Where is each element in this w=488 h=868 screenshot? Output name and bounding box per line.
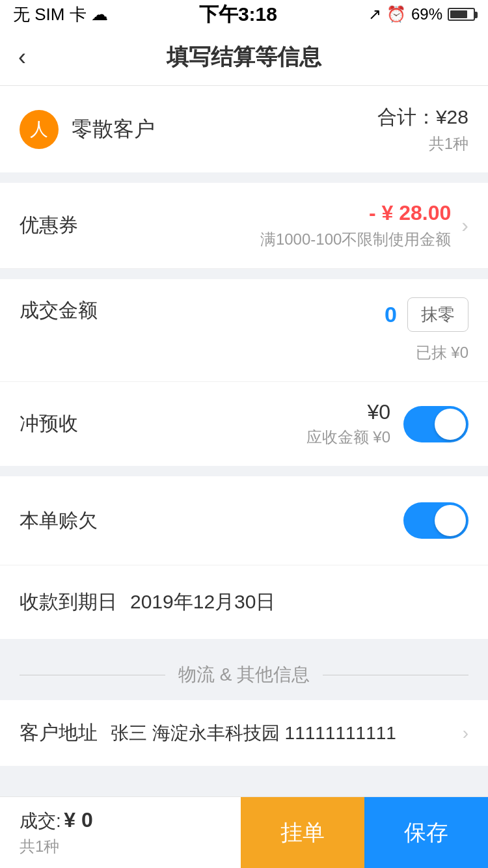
coupon-section: 优惠券 - ¥ 28.00 满1000-100不限制使用金额 bbox=[0, 183, 488, 269]
status-left: 无 SIM 卡 ☁ bbox=[13, 3, 108, 26]
page-title: 填写结算等信息 bbox=[167, 42, 321, 72]
total-count: 共1种 bbox=[377, 133, 468, 154]
status-bar: 无 SIM 卡 ☁ 下午3:18 ↗ ⏰ 69% bbox=[0, 0, 488, 29]
customer-left: 人 零散客户 bbox=[20, 110, 155, 149]
save-button[interactable]: 保存 bbox=[364, 797, 488, 869]
flush-amount: ¥0 bbox=[306, 400, 390, 424]
debt-toggle[interactable] bbox=[403, 502, 468, 539]
flush-sub: 应收金额 ¥0 bbox=[306, 427, 390, 448]
status-right: ↗ ⏰ 69% bbox=[368, 5, 475, 23]
transaction-label: 成交金额 bbox=[20, 297, 98, 324]
coupon-row[interactable]: 优惠券 - ¥ 28.00 满1000-100不限制使用金额 bbox=[0, 183, 488, 269]
hold-button[interactable]: 挂单 bbox=[241, 797, 364, 869]
battery-percent: 69% bbox=[411, 5, 442, 23]
transaction-value[interactable]: 0 bbox=[385, 302, 397, 327]
hold-label: 挂单 bbox=[280, 818, 325, 848]
bottom-transaction-amount: ¥ 0 bbox=[64, 808, 92, 832]
address-chevron-icon: › bbox=[463, 723, 468, 744]
due-date-row: 收款到期日 2019年12月30日 bbox=[0, 565, 488, 639]
save-label: 保存 bbox=[404, 818, 448, 848]
debt-label: 本单赊欠 bbox=[20, 508, 98, 534]
back-button[interactable]: ‹ bbox=[18, 44, 26, 71]
customer-row: 人 零散客户 合计：¥28 共1种 bbox=[0, 86, 488, 172]
debt-section: 本单赊欠 收款到期日 2019年12月30日 bbox=[0, 476, 488, 639]
due-date-value[interactable]: 2019年12月30日 bbox=[130, 589, 275, 616]
transaction-row: 成交金额 0 抹零 已抹 ¥0 bbox=[0, 279, 488, 382]
logistics-header: 物流 & 其他信息 bbox=[0, 649, 488, 700]
bottom-info: 成交: ¥ 0 共1种 bbox=[0, 808, 241, 857]
address-label: 客户地址 bbox=[20, 720, 98, 746]
amount-section: 成交金额 0 抹零 已抹 ¥0 冲预收 ¥0 应收金额 ¥0 bbox=[0, 279, 488, 466]
address-row[interactable]: 客户地址 张三 海淀永丰科技园 11111111111 › bbox=[0, 700, 488, 766]
round-button[interactable]: 抹零 bbox=[407, 297, 468, 332]
content-area: 人 零散客户 合计：¥28 共1种 优惠券 - ¥ 28.00 满1000-10… bbox=[0, 86, 488, 868]
debt-row: 本单赊欠 bbox=[0, 476, 488, 565]
location-icon: ↗ bbox=[368, 5, 381, 23]
flush-right: ¥0 应收金额 ¥0 bbox=[306, 400, 468, 448]
due-date-label: 收款到期日 bbox=[20, 589, 117, 616]
total-price: 合计：¥28 bbox=[377, 104, 468, 131]
status-time: 下午3:18 bbox=[199, 1, 277, 28]
debt-toggle-knob bbox=[435, 505, 466, 536]
bottom-transaction-row: 成交: ¥ 0 bbox=[20, 808, 221, 834]
no-sim-text: 无 SIM 卡 ☁ bbox=[13, 3, 108, 26]
transaction-sub: 已抹 ¥0 bbox=[416, 342, 468, 363]
discount-desc: 满1000-100不限制使用金额 bbox=[260, 229, 451, 250]
chevron-right-icon bbox=[461, 213, 468, 237]
discount-amount: - ¥ 28.00 bbox=[260, 201, 451, 225]
flush-advance-row: 冲预收 ¥0 应收金额 ¥0 bbox=[0, 382, 488, 466]
divider-line-right bbox=[323, 675, 468, 675]
bottom-bar: 成交: ¥ 0 共1种 挂单 保存 bbox=[0, 796, 488, 868]
battery-icon bbox=[448, 8, 475, 21]
flush-amount-area: ¥0 应收金额 ¥0 bbox=[306, 400, 390, 448]
alarm-icon: ⏰ bbox=[386, 5, 406, 23]
customer-summary: 合计：¥28 共1种 bbox=[377, 104, 468, 154]
coupon-right: - ¥ 28.00 满1000-100不限制使用金额 bbox=[260, 201, 468, 250]
customer-name: 零散客户 bbox=[72, 115, 155, 144]
logistics-text: 物流 & 其他信息 bbox=[178, 662, 310, 687]
divider-line-left bbox=[20, 675, 165, 675]
coupon-value: - ¥ 28.00 满1000-100不限制使用金额 bbox=[260, 201, 451, 250]
flush-label: 冲预收 bbox=[20, 411, 78, 437]
flush-toggle[interactable] bbox=[403, 406, 468, 442]
bottom-count: 共1种 bbox=[20, 836, 221, 857]
address-value: 张三 海淀永丰科技园 11111111111 bbox=[98, 721, 463, 746]
bottom-transaction-label: 成交: bbox=[20, 811, 61, 831]
toggle-knob bbox=[435, 409, 466, 440]
coupon-label: 优惠券 bbox=[20, 212, 78, 239]
nav-bar: ‹ 填写结算等信息 bbox=[0, 29, 488, 86]
avatar: 人 bbox=[20, 110, 59, 149]
